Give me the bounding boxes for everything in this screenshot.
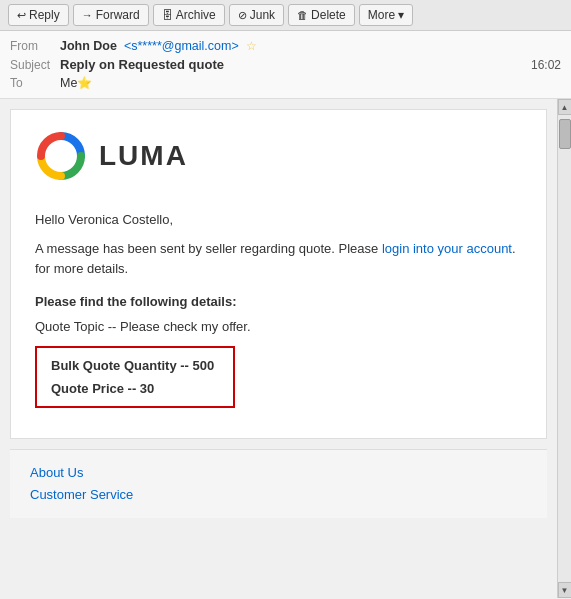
reply-icon: ↩ bbox=[17, 9, 26, 22]
details-heading: Please find the following details: bbox=[35, 294, 522, 309]
junk-icon: ⊘ bbox=[238, 9, 247, 22]
quote-topic: Quote Topic -- Please check my offer. bbox=[35, 319, 522, 334]
delete-button[interactable]: 🗑 Delete bbox=[288, 4, 355, 26]
subject-text: Reply on Requested quote bbox=[60, 57, 224, 72]
subject-label: Subject bbox=[10, 58, 60, 72]
more-button[interactable]: More ▾ bbox=[359, 4, 414, 26]
about-us-link[interactable]: About Us bbox=[30, 462, 527, 484]
scrollbar-thumb[interactable] bbox=[559, 119, 571, 149]
me-star-icon: ⭐ bbox=[77, 76, 92, 90]
scrollbar-down-button[interactable]: ▼ bbox=[558, 582, 572, 598]
email-body-wrapper: LUMA Hello Veronica Costello, A message … bbox=[0, 99, 571, 598]
delete-icon: 🗑 bbox=[297, 9, 308, 21]
email-header: From John Doe <s*****@gmail.com> ☆ Subje… bbox=[0, 31, 571, 99]
to-value: Me⭐ bbox=[60, 76, 92, 90]
forward-button[interactable]: → Forward bbox=[73, 4, 149, 26]
scrollbar-track[interactable] bbox=[558, 115, 572, 582]
email-greeting: Hello Veronica Costello, bbox=[35, 212, 522, 227]
forward-icon: → bbox=[82, 9, 93, 21]
to-label: To bbox=[10, 76, 60, 90]
luma-header: LUMA bbox=[35, 130, 522, 192]
junk-button[interactable]: ⊘ Junk bbox=[229, 4, 284, 26]
email-body: LUMA Hello Veronica Costello, A message … bbox=[0, 99, 557, 598]
svg-point-0 bbox=[51, 146, 71, 166]
email-content: LUMA Hello Veronica Costello, A message … bbox=[10, 109, 547, 439]
bulk-quote-quantity: Bulk Quote Quantity -- 500 bbox=[51, 358, 219, 373]
scrollbar-up-button[interactable]: ▲ bbox=[558, 99, 572, 115]
email-footer: About Us Customer Service bbox=[10, 449, 547, 518]
archive-button[interactable]: 🗄 Archive bbox=[153, 4, 225, 26]
archive-icon: 🗄 bbox=[162, 9, 173, 21]
email-toolbar: ↩ Reply → Forward 🗄 Archive ⊘ Junk 🗑 Del… bbox=[0, 0, 571, 31]
quote-price: Quote Price -- 30 bbox=[51, 381, 219, 396]
email-message: A message has been sent by seller regard… bbox=[35, 239, 522, 278]
customer-service-link[interactable]: Customer Service bbox=[30, 484, 527, 506]
login-link[interactable]: login into your account bbox=[382, 241, 512, 256]
reply-button[interactable]: ↩ Reply bbox=[8, 4, 69, 26]
star-icon[interactable]: ☆ bbox=[246, 39, 257, 53]
from-value: John Doe <s*****@gmail.com> ☆ bbox=[60, 39, 257, 53]
sender-email: <s*****@gmail.com> bbox=[124, 39, 239, 53]
luma-logo-icon bbox=[35, 130, 87, 182]
email-time: 16:02 bbox=[531, 58, 561, 72]
scrollbar[interactable]: ▲ ▼ bbox=[557, 99, 571, 598]
sender-name: John Doe bbox=[60, 39, 117, 53]
from-label: From bbox=[10, 39, 60, 53]
luma-brand-name: LUMA bbox=[99, 140, 188, 172]
quote-details-box: Bulk Quote Quantity -- 500 Quote Price -… bbox=[35, 346, 235, 408]
